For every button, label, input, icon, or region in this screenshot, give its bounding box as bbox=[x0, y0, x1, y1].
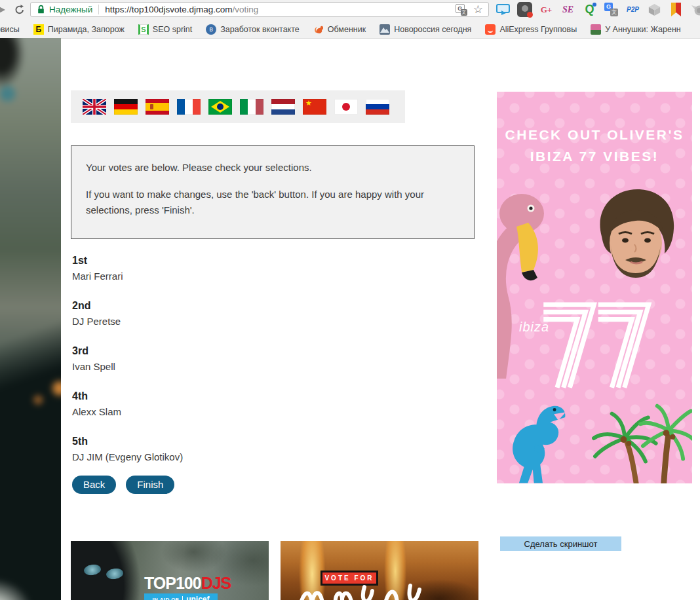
vote-dj-name: DJ Peretse bbox=[72, 315, 183, 328]
security-label[interactable]: Надежный bbox=[49, 5, 92, 14]
social-plus-icon[interactable]: G+ bbox=[539, 2, 554, 17]
vote-item: 3rd Ivan Spell bbox=[72, 345, 183, 373]
top100djs-logo: TOP100DJS bbox=[144, 575, 231, 591]
browser-chrome: Надежный https://top100djsvote.djmag.com… bbox=[0, 0, 700, 39]
flag-brazil-icon[interactable] bbox=[208, 99, 232, 115]
vote-dj-name: DJ JIM (Evgeny Glotikov) bbox=[72, 451, 183, 463]
script-lettering bbox=[281, 580, 478, 600]
vote-dj-name: Ivan Spell bbox=[72, 360, 183, 373]
q-loop-icon[interactable]: Q bbox=[582, 2, 597, 17]
mountain-favicon bbox=[379, 24, 390, 35]
notice-line-1: Your votes are below. Please check your … bbox=[86, 160, 459, 176]
translate-ext-icon[interactable]: G 文 bbox=[604, 2, 619, 17]
background-photo bbox=[0, 38, 61, 600]
sunglasses-glint bbox=[82, 562, 103, 578]
extensions-row: G+ SE Q G 文 P2P bbox=[496, 2, 700, 18]
oliver-heldens-advert[interactable]: CHECK OUT OLIVER'S IBIZA 77 VIBES! ibiza bbox=[497, 92, 692, 483]
fireball-icon[interactable] bbox=[690, 2, 700, 17]
vote-position: 4th bbox=[72, 390, 183, 402]
notice-line-2: If you want to make changes, use the 'ba… bbox=[86, 187, 459, 218]
votes-notice-box: Your votes are below. Please check your … bbox=[71, 145, 475, 239]
vote-item: 4th Alexx Slam bbox=[72, 390, 183, 418]
flag-russia-icon[interactable] bbox=[366, 99, 389, 115]
url-path[interactable]: /voting bbox=[233, 5, 259, 14]
p2p-icon[interactable]: P2P bbox=[625, 2, 640, 17]
seo-sprint-favicon: S bbox=[138, 24, 149, 35]
bookmark-item[interactable]: Новороссия сегодня bbox=[379, 24, 471, 35]
bookmark-item[interactable]: в Заработок вконтакте bbox=[206, 24, 300, 35]
translate-page-icon[interactable]: G 文 bbox=[456, 4, 467, 15]
flag-netherlands-icon[interactable] bbox=[271, 99, 295, 115]
back-button[interactable]: Back bbox=[72, 476, 116, 494]
finish-button[interactable]: Finish bbox=[126, 476, 174, 494]
top100djs-banner[interactable]: TOP100DJS IN AID OF unicef bbox=[71, 541, 269, 600]
flag-china-icon[interactable] bbox=[303, 99, 326, 115]
vote-dj-name: Alexx Slam bbox=[72, 405, 183, 418]
squirrel-favicon bbox=[313, 24, 324, 35]
bookmark-item[interactable]: S SEO sprint bbox=[138, 24, 192, 35]
language-flags-bar bbox=[71, 90, 405, 123]
address-bar[interactable]: Надежный https://top100djsvote.djmag.com… bbox=[30, 2, 489, 17]
unicef-bar: IN AID OF unicef bbox=[144, 593, 218, 600]
bookmark-item[interactable]: У Аннушки: Жаренн bbox=[591, 24, 681, 35]
votes-list: 1st Mari Ferrari 2nd DJ Peretse 3rd Ivan… bbox=[72, 254, 183, 480]
url-host[interactable]: https://top100djsvote.djmag.com bbox=[105, 5, 232, 14]
bookmark-item[interactable]: рвисы bbox=[0, 25, 20, 34]
omnibox-divider bbox=[98, 5, 99, 14]
flag-france-icon[interactable] bbox=[177, 99, 201, 115]
coin-favicon: в bbox=[206, 24, 216, 35]
vote-position: 5th bbox=[72, 435, 183, 447]
secure-lock-icon bbox=[36, 4, 46, 15]
se-icon[interactable]: SE bbox=[560, 2, 575, 17]
form-actions: Back Finish bbox=[72, 476, 174, 494]
screen-cast-icon[interactable] bbox=[496, 2, 511, 17]
bookmark-star-icon[interactable]: ☆ bbox=[473, 2, 483, 17]
bookmark-item[interactable]: AliExpress Групповы bbox=[485, 24, 577, 35]
translate-wen-glyph: 文 bbox=[461, 9, 467, 16]
vote-position: 3rd bbox=[72, 345, 183, 357]
vote-dj-name: Mari Ferrari bbox=[72, 270, 183, 282]
flag-uk-icon[interactable] bbox=[83, 99, 106, 115]
bookmark-item[interactable]: Обменник bbox=[313, 24, 366, 35]
dinosaur-icon bbox=[505, 397, 568, 483]
browser-window: Надежный https://top100djsvote.djmag.com… bbox=[0, 0, 700, 600]
aliexpress-favicon bbox=[485, 24, 496, 35]
vote-position: 1st bbox=[72, 254, 183, 267]
photo-favicon bbox=[591, 24, 601, 35]
camera-lock-icon[interactable] bbox=[517, 2, 532, 17]
flag-germany-icon[interactable] bbox=[114, 99, 138, 115]
refresh-icon[interactable] bbox=[14, 4, 26, 16]
take-screenshot-button[interactable]: Сделать скриншот bbox=[500, 536, 621, 551]
flag-italy-icon[interactable] bbox=[240, 99, 263, 115]
browser-toolbar: Надежный https://top100djsvote.djmag.com… bbox=[0, 0, 700, 20]
bookmark-ribbon-icon[interactable] bbox=[669, 2, 684, 17]
vote-item: 2nd DJ Peretse bbox=[72, 299, 183, 328]
advert-title: CHECK OUT OLIVER'S IBIZA 77 VIBES! bbox=[497, 124, 692, 167]
forward-button-icon[interactable] bbox=[0, 5, 5, 15]
vote-item: 1st Mari Ferrari bbox=[72, 254, 183, 282]
palm-trees-icon bbox=[586, 392, 692, 483]
sunglasses-glint bbox=[104, 566, 125, 582]
flag-japan-icon[interactable] bbox=[334, 99, 358, 115]
seventy-seven-logo bbox=[541, 292, 653, 400]
cube-icon[interactable] bbox=[647, 2, 662, 17]
oliver-face-icon bbox=[593, 185, 678, 280]
letter-b-favicon: Б bbox=[33, 24, 44, 35]
vote-for-banner[interactable]: VOTE FOR bbox=[281, 541, 478, 600]
vote-position: 2nd bbox=[72, 299, 183, 312]
bookmark-item[interactable]: Б Пирамида, Запорож bbox=[33, 24, 125, 35]
vote-item: 5th DJ JIM (Evgeny Glotikov) bbox=[72, 435, 183, 463]
bookmarks-bar: рвисы Б Пирамида, Запорож S SEO sprint в… bbox=[0, 20, 700, 38]
flag-spain-icon[interactable] bbox=[146, 99, 169, 115]
notification-badge bbox=[527, 12, 533, 18]
